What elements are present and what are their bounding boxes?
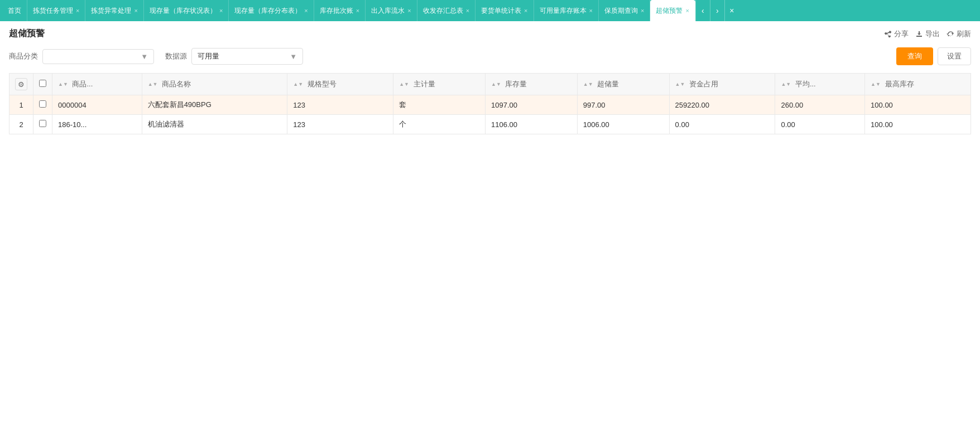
th-capital-label: 资金占用 <box>689 80 718 88</box>
nav-tab-pick-exception[interactable]: 拣货异常处理 × <box>85 0 143 21</box>
nav-tab-overstock-close[interactable]: × <box>685 7 689 14</box>
refresh-label: 刷新 <box>957 29 971 39</box>
nav-tab-pick-task-close[interactable]: × <box>76 7 79 14</box>
th-settings: ⚙ <box>9 74 33 95</box>
category-select[interactable]: ▼ <box>42 49 154 64</box>
nav-tab-collect-summary-close[interactable]: × <box>466 7 469 14</box>
share-button[interactable]: 分享 <box>884 29 909 39</box>
nav-tab-available-account-close[interactable]: × <box>589 7 593 14</box>
nav-tab-home-label: 首页 <box>8 6 21 16</box>
nav-tab-pick-task-label: 拣货任务管理 <box>33 6 73 16</box>
th-max-stock-label: 最高库存 <box>885 80 914 88</box>
top-navigation: 首页 拣货任务管理 × 拣货异常处理 × 现存量（库存状况表） × 现存量（库存… <box>0 0 980 21</box>
th-spec[interactable]: ▲▼ 规格型号 <box>287 74 393 95</box>
th-spec-label: 规格型号 <box>308 80 337 88</box>
share-label: 分享 <box>894 29 909 39</box>
filter-row: 商品分类 ▼ 数据源 可用量 ▼ 查询 设置 <box>9 47 971 65</box>
nav-tab-inventory-status-close[interactable]: × <box>219 7 223 14</box>
datasource-select[interactable]: 可用量 ▼ <box>191 48 303 65</box>
nav-tab-pick-task[interactable]: 拣货任务管理 × <box>27 0 85 21</box>
table-settings-icon[interactable]: ⚙ <box>15 78 27 90</box>
select-all-checkbox[interactable] <box>39 80 46 87</box>
th-product-code[interactable]: ▲▼ 商品... <box>52 74 142 95</box>
sort-product-name-icon: ▲▼ <box>148 82 158 87</box>
nav-prev-button[interactable]: ‹ <box>695 0 710 21</box>
th-product-name-label: 商品名称 <box>162 80 191 88</box>
nav-tab-inout-flow-label: 出入库流水 <box>371 6 405 16</box>
row-num-1: 2 <box>9 115 33 134</box>
nav-tab-inventory-dist-label: 现存量（库存分布表） <box>234 6 301 16</box>
nav-tab-pick-exception-close[interactable]: × <box>134 7 137 14</box>
category-label: 商品分类 <box>9 51 38 61</box>
row-spec-1: 123 <box>287 115 393 134</box>
row-max-stock-1: 100.00 <box>865 115 971 134</box>
settings-button[interactable]: 设置 <box>938 47 971 65</box>
row-spec-0: 123 <box>287 95 393 115</box>
th-product-name[interactable]: ▲▼ 商品名称 <box>142 74 287 95</box>
row-inventory-1: 1106.00 <box>485 115 577 134</box>
th-product-code-label: 商品... <box>72 80 93 88</box>
th-avg-label: 平均... <box>795 80 816 88</box>
th-unit-label: 主计量 <box>414 80 435 88</box>
page-header: 超储预警 分享 导出 刷新 <box>9 28 971 40</box>
row-capital-0: 259220.00 <box>669 95 775 115</box>
nav-tab-batch-account-close[interactable]: × <box>356 7 359 14</box>
row-max-stock-0: 100.00 <box>865 95 971 115</box>
refresh-icon <box>947 30 954 38</box>
table-body: 1 0000004 六配套新昌490BPG 123 套 1097.00 997.… <box>9 95 971 134</box>
row-num-0: 1 <box>9 95 33 115</box>
sort-unit-icon: ▲▼ <box>399 82 409 87</box>
row-checkbox-1[interactable] <box>33 115 52 134</box>
row-inventory-0: 1097.00 <box>485 95 577 115</box>
nav-tab-inout-flow[interactable]: 出入库流水 × <box>366 0 417 21</box>
th-capital[interactable]: ▲▼ 资金占用 <box>669 74 775 95</box>
th-unit[interactable]: ▲▼ 主计量 <box>393 74 486 95</box>
nav-tab-quality-query[interactable]: 保质期查询 × <box>599 0 650 21</box>
nav-tab-inventory-dist-close[interactable]: × <box>304 7 308 14</box>
sort-max-stock-icon: ▲▼ <box>871 82 881 87</box>
nav-tab-batch-account[interactable]: 库存批次账 × <box>314 0 366 21</box>
nav-tab-inventory-status[interactable]: 现存量（库存状况表） × <box>144 0 229 21</box>
th-avg[interactable]: ▲▼ 平均... <box>775 74 865 95</box>
nav-tab-overstock[interactable]: 超储预警 × <box>650 0 695 21</box>
nav-close-button[interactable]: × <box>724 0 739 21</box>
nav-tab-home[interactable]: 首页 <box>2 0 27 21</box>
th-inventory[interactable]: ▲▼ 库存量 <box>485 74 577 95</box>
query-button[interactable]: 查询 <box>896 47 933 65</box>
th-max-stock[interactable]: ▲▼ 最高库存 <box>865 74 971 95</box>
refresh-button[interactable]: 刷新 <box>947 29 971 39</box>
nav-tab-quality-query-close[interactable]: × <box>641 7 644 14</box>
nav-tab-order-stats-label: 要货单统计表 <box>481 6 521 16</box>
th-inventory-label: 库存量 <box>505 80 527 88</box>
nav-tab-inout-flow-close[interactable]: × <box>407 7 411 14</box>
export-icon <box>915 30 923 38</box>
sort-overstock-icon: ▲▼ <box>583 82 593 87</box>
table-row: 2 186-10... 机油滤清器 123 个 1106.00 1006.00 … <box>9 115 971 134</box>
nav-tab-order-stats[interactable]: 要货单统计表 × <box>475 0 534 21</box>
export-button[interactable]: 导出 <box>915 29 940 39</box>
sort-spec-icon: ▲▼ <box>293 82 303 87</box>
th-overstock[interactable]: ▲▼ 超储量 <box>577 74 669 95</box>
row-avg-0: 260.00 <box>775 95 865 115</box>
th-overstock-label: 超储量 <box>597 80 619 88</box>
row-product-code-0: 0000004 <box>52 95 142 115</box>
nav-tab-order-stats-close[interactable]: × <box>524 7 527 14</box>
category-dropdown-arrow: ▼ <box>141 52 148 61</box>
row-avg-1: 0.00 <box>775 115 865 134</box>
nav-tab-collect-summary[interactable]: 收发存汇总表 × <box>417 0 475 21</box>
row-product-code-1: 186-10... <box>52 115 142 134</box>
page-content: 超储预警 分享 导出 刷新 商品 <box>0 21 980 446</box>
nav-tab-available-account-label: 可用量库存账本 <box>540 6 587 16</box>
export-label: 导出 <box>925 29 940 39</box>
sort-capital-icon: ▲▼ <box>675 82 685 87</box>
share-icon <box>884 30 892 38</box>
datasource-dropdown-arrow: ▼ <box>290 52 297 61</box>
nav-next-button[interactable]: › <box>710 0 724 21</box>
nav-tab-inventory-dist[interactable]: 现存量（库存分布表） × <box>229 0 314 21</box>
nav-tab-available-account[interactable]: 可用量库存账本 × <box>534 0 599 21</box>
nav-tab-collect-summary-label: 收发存汇总表 <box>423 6 463 16</box>
sort-product-code-icon: ▲▼ <box>58 82 68 87</box>
row-product-name-1: 机油滤清器 <box>142 115 287 134</box>
data-table: ⚙ ▲▼ 商品... ▲▼ 商品名称 ▲▼ 规格型号 ▲▼ <box>9 73 971 134</box>
row-checkbox-0[interactable] <box>33 95 52 115</box>
